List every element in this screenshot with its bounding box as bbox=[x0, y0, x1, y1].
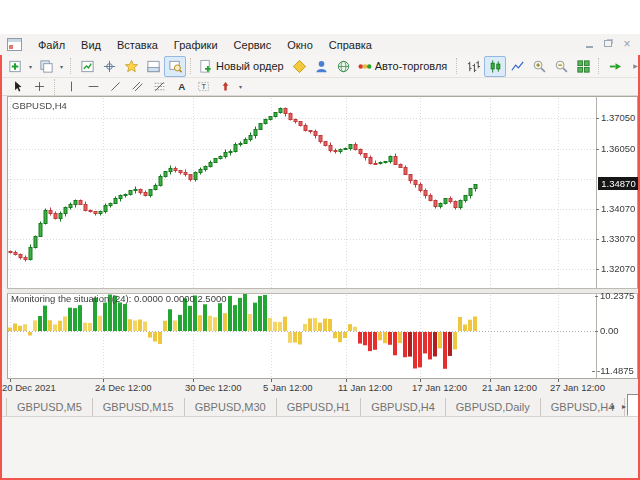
menu-help[interactable]: Справка bbox=[321, 36, 380, 54]
horizontal-line-icon[interactable] bbox=[82, 78, 104, 95]
metatrader-window: Файл Вид Вставка Графики Сервис Окно Спр… bbox=[0, 0, 640, 480]
auto-trading-button[interactable]: Авто-торговля bbox=[355, 57, 453, 76]
tab-scroll-arrows bbox=[610, 402, 626, 411]
text-icon[interactable]: A bbox=[170, 78, 192, 95]
indicator-axis-label: 0.00 bbox=[600, 325, 619, 336]
svg-text:A: A bbox=[178, 81, 185, 92]
price-axis-label: 1.34070 bbox=[601, 203, 635, 214]
price-chart-canvas[interactable] bbox=[8, 98, 596, 290]
navigator-icon[interactable] bbox=[120, 56, 142, 77]
price-axis-label: 1.36050 bbox=[601, 143, 635, 154]
menu-window[interactable]: Окно bbox=[279, 36, 321, 54]
auto-scroll-icon[interactable] bbox=[604, 56, 626, 77]
menu-insert[interactable]: Вставка bbox=[109, 36, 166, 54]
crosshair-icon[interactable] bbox=[28, 78, 50, 95]
tab-scroll-right-icon[interactable] bbox=[622, 402, 626, 411]
new-chart-icon[interactable] bbox=[4, 56, 26, 77]
data-window-icon[interactable] bbox=[98, 56, 120, 77]
text-label-icon[interactable]: T bbox=[192, 78, 214, 95]
time-axis-label: 30 Dec 12:00 bbox=[185, 382, 242, 393]
tab-gbpusd-m5[interactable]: GBPUSD,M5 bbox=[6, 398, 93, 416]
menu-tools[interactable]: Сервис bbox=[226, 36, 280, 54]
arrow-objects-icon[interactable] bbox=[214, 78, 236, 95]
fibonacci-icon[interactable] bbox=[148, 78, 170, 95]
chart-tab-bar: GBPUSD,M5 GBPUSD,M15 GBPUSD,M30 GBPUSD,H… bbox=[0, 396, 640, 417]
tab-gbpusd-h4[interactable]: GBPUSD,H4 bbox=[361, 398, 446, 416]
time-axis-label: 17 Jan 12:00 bbox=[412, 382, 467, 393]
standard-toolbar: Новый ордер Авто-торговля bbox=[0, 55, 640, 78]
minimize-icon[interactable] bbox=[582, 37, 596, 50]
current-price-tag: 1.34870 bbox=[598, 177, 639, 190]
tab-scroll-left-icon[interactable] bbox=[610, 402, 614, 411]
price-axis-label: 1.37050 bbox=[601, 112, 635, 123]
new-order-button[interactable]: Новый ордер bbox=[196, 57, 289, 76]
menu-charts[interactable]: Графики bbox=[166, 36, 226, 54]
time-axis-label: 21 Jan 12:00 bbox=[482, 382, 537, 393]
zoom-in-icon[interactable] bbox=[528, 56, 550, 77]
cursor-icon[interactable] bbox=[6, 78, 28, 95]
equidistant-channel-icon[interactable] bbox=[126, 78, 148, 95]
trend-line-icon[interactable] bbox=[104, 78, 126, 95]
time-axis-label: 5 Jan 12:00 bbox=[263, 382, 313, 393]
line-studies-toolbar: A T bbox=[0, 78, 640, 96]
zoom-out-icon[interactable] bbox=[550, 56, 572, 77]
profiles-icon[interactable] bbox=[35, 56, 57, 77]
vertical-line-icon[interactable] bbox=[60, 78, 82, 95]
close-icon[interactable] bbox=[620, 37, 634, 50]
price-axis-border bbox=[596, 96, 597, 379]
chart-symbol-label: GBPUSD,H4 bbox=[12, 100, 67, 111]
time-axis-label: 11 Jan 12:00 bbox=[338, 382, 392, 393]
tab-gbpusd-h1[interactable]: GBPUSD,H1 bbox=[277, 398, 362, 416]
new-order-label: Новый ордер bbox=[216, 60, 284, 72]
time-axis-label: 24 Dec 12:00 bbox=[95, 382, 152, 393]
market-watch-icon[interactable] bbox=[76, 56, 98, 77]
tab-gbpusd-m30[interactable]: GBPUSD,M30 bbox=[185, 398, 277, 416]
menu-bar: Файл Вид Вставка Графики Сервис Окно Спр… bbox=[0, 34, 640, 56]
tile-windows-icon[interactable] bbox=[572, 56, 594, 77]
arrow-objects-dropdown[interactable] bbox=[236, 77, 245, 96]
strategy-tester-icon[interactable] bbox=[164, 56, 186, 77]
candlestick-chart-icon[interactable] bbox=[484, 56, 506, 77]
new-chart-dropdown[interactable] bbox=[26, 57, 35, 76]
terminal-icon[interactable] bbox=[142, 56, 164, 77]
indicator-title: Monitoring the situation (24): 0.0000 0.… bbox=[11, 293, 227, 304]
title-bar bbox=[0, 0, 640, 34]
community-user-icon[interactable] bbox=[311, 56, 333, 77]
time-axis-label: 20 Dec 2021 bbox=[2, 382, 56, 393]
window-border-left bbox=[0, 55, 2, 480]
profiles-dropdown[interactable] bbox=[57, 57, 66, 76]
restore-icon[interactable] bbox=[601, 37, 615, 50]
mdi-window-controls bbox=[582, 37, 634, 50]
menu-view[interactable]: Вид bbox=[73, 36, 109, 54]
indicator-canvas[interactable] bbox=[8, 292, 596, 378]
tab-gbpusd-m15[interactable]: GBPUSD,M15 bbox=[93, 398, 185, 416]
web-globe-icon[interactable] bbox=[333, 56, 355, 77]
price-axis-label: 1.33070 bbox=[601, 233, 635, 244]
strategy-tester-panel: Strategy Tester bbox=[0, 417, 640, 478]
time-axis-label: 27 Jan 12:00 bbox=[550, 382, 605, 393]
bars-chart-icon[interactable] bbox=[462, 56, 484, 77]
tab-gbpusd-daily[interactable]: GBPUSD,Daily bbox=[446, 398, 541, 416]
line-chart-icon[interactable] bbox=[506, 56, 528, 77]
price-axis-label: 1.32070 bbox=[601, 263, 635, 274]
indicator-axis-label: 10.2375 bbox=[600, 290, 634, 301]
svg-text:T: T bbox=[201, 82, 206, 91]
indicator-axis-label: -11.4875 bbox=[597, 365, 634, 376]
chart-window-icon bbox=[7, 38, 22, 51]
metaeditor-icon[interactable] bbox=[289, 56, 311, 77]
auto-trading-label: Авто-торговля bbox=[375, 60, 448, 72]
menu-file[interactable]: Файл bbox=[30, 36, 73, 54]
